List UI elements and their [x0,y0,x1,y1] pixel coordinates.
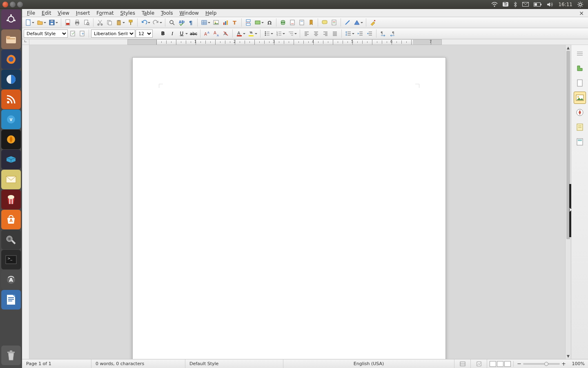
insert-page-break-button[interactable] [244,18,253,27]
window-maximize-button[interactable] [17,2,23,7]
insert-table-button[interactable] [200,18,209,27]
insert-special-char-button[interactable]: Ω [265,18,274,27]
copy-button[interactable] [105,18,114,27]
view-single-page[interactable] [490,361,496,367]
clear-formatting-button[interactable]: A [221,29,230,38]
menu-view[interactable]: View [54,9,72,17]
spellcheck-button[interactable]: ABC [177,18,186,27]
sidebar-expand-arrow[interactable] [570,208,574,212]
increase-indent-button[interactable] [356,29,365,38]
sidebar-tab-styles[interactable] [574,62,586,74]
launcher-terminal[interactable]: >_ [1,250,21,269]
decrease-indent-button[interactable] [365,29,374,38]
bold-button[interactable]: B [158,29,167,38]
insert-endnote-button[interactable] [297,18,306,27]
underline-button[interactable]: U [177,29,186,38]
insert-chart-button[interactable] [221,18,230,27]
sidebar-tab-design[interactable] [574,136,586,148]
zoom-slider-knob[interactable] [544,362,548,366]
print-button[interactable] [73,18,82,27]
zoom-slider[interactable] [523,363,560,365]
undo-button[interactable] [140,18,149,27]
export-pdf-button[interactable] [63,18,72,27]
insert-text-box-button[interactable]: T [230,18,239,27]
font-name-select[interactable]: Liberation Serif [91,29,135,38]
zoom-out-button[interactable]: − [517,361,521,367]
launcher-libreoffice-writer[interactable] [1,290,21,310]
new-style-button[interactable]: + [78,29,87,38]
paragraph-style-select[interactable]: Default Style [24,29,68,38]
align-center-button[interactable] [312,29,321,38]
scroll-down-arrow[interactable]: ▼ [566,353,571,359]
vertical-ruler[interactable] [22,45,29,359]
insert-hyperlink-button[interactable] [278,18,287,27]
sidebar-tab-navigator[interactable] [574,106,586,119]
status-insert-mode[interactable] [454,359,471,368]
formatting-marks-button[interactable]: ¶ [186,18,195,27]
view-multi-page[interactable] [497,361,503,367]
launcher-firefox[interactable] [1,49,21,69]
sidebar-tab-gallery[interactable] [574,92,586,104]
redo-button[interactable] [151,18,160,27]
window-minimize-button[interactable] [10,2,16,7]
open-button[interactable] [36,18,45,27]
launcher-mail[interactable] [1,170,21,189]
menu-file[interactable]: File [24,9,38,17]
launcher-trash[interactable] [1,346,21,365]
subscript-button[interactable]: AA [212,29,221,38]
clock[interactable]: 16:11 [558,2,572,7]
menu-window[interactable]: Window [176,9,202,17]
font-color-button[interactable]: A [235,29,244,38]
menu-tools[interactable]: Tools [158,9,176,17]
menu-edit[interactable]: Edit [38,9,54,17]
launcher-popcorn-app[interactable] [1,190,21,209]
highlight-color-button[interactable] [247,29,256,38]
sidebar-tab-properties[interactable] [574,47,586,60]
new-document-button[interactable] [24,18,33,27]
launcher-blue-cube-app[interactable] [1,150,21,169]
strikethrough-button[interactable]: abc [189,29,198,38]
paste-button[interactable] [114,18,123,27]
status-selection-mode[interactable] [471,359,487,368]
keyboard-layout-indicator[interactable]: Tr [503,2,509,7]
clone-formatting-button[interactable] [126,18,135,27]
status-page[interactable]: Page 1 of 1 [22,359,91,368]
insert-comment-button[interactable] [320,18,329,27]
insert-footnote-button[interactable] [288,18,297,27]
print-preview-button[interactable] [82,18,91,27]
align-justify-button[interactable] [330,29,339,38]
numbered-list-button[interactable]: 123 [274,29,283,38]
launcher-software-center[interactable]: A [1,210,21,229]
launcher-dash[interactable] [1,9,21,29]
document-canvas[interactable] [29,45,565,359]
status-page-style[interactable]: Default Style [185,359,283,368]
wifi-icon[interactable] [491,2,498,7]
insert-line-button[interactable] [343,18,352,27]
menu-table[interactable]: Table [138,9,158,17]
launcher-browser-blue[interactable] [1,70,21,89]
line-spacing-button[interactable] [344,29,353,38]
insert-image-button[interactable] [212,18,220,27]
launcher-media-app[interactable]: V [1,110,21,129]
insert-bookmark-button[interactable] [307,18,316,27]
align-left-button[interactable] [302,29,311,38]
menu-styles[interactable]: Styles [117,9,138,17]
find-replace-button[interactable] [167,18,176,27]
battery-icon[interactable] [534,2,542,7]
basic-shapes-button[interactable] [352,18,361,27]
status-language[interactable]: English (USA) [283,359,454,368]
volume-icon[interactable] [547,2,553,7]
horizontal-ruler[interactable]: 1234567 [127,39,442,45]
status-word-count[interactable]: 0 words, 0 characters [91,359,185,368]
font-size-select[interactable]: 12 [136,29,153,38]
sidebar-tab-page[interactable] [574,77,586,89]
view-book[interactable] [504,361,511,367]
mail-icon[interactable] [522,2,529,7]
update-style-button[interactable] [68,29,77,38]
paragraph-rtl-button[interactable]: ¶ [388,29,397,38]
bullet-list-button[interactable] [263,29,272,38]
superscript-button[interactable]: AA [203,29,212,38]
zoom-percentage[interactable]: 100% [568,361,585,366]
italic-button[interactable]: I [168,29,177,38]
menu-format[interactable]: Format [93,9,117,17]
